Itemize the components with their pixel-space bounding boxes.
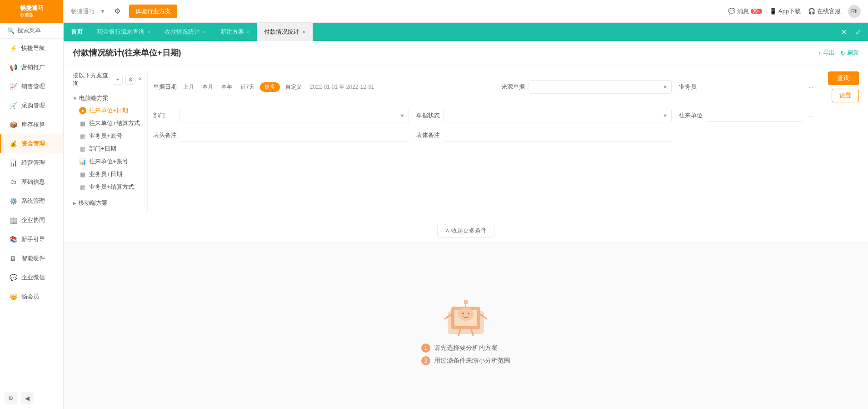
solution-label: 往来单位+账号: [89, 157, 128, 166]
topbar-actions: 💬 消息 99+ 📱 App下载 🎧 在线客服 Rit: [728, 5, 861, 18]
trial-btn[interactable]: 体验行业方案: [129, 5, 177, 18]
topbar-gear-btn[interactable]: ⚙: [111, 5, 124, 18]
close-icon[interactable]: ×: [203, 29, 205, 35]
tab-payment[interactable]: 付款情况统计 ×: [257, 23, 312, 41]
close-all-tabs-btn[interactable]: ✕: [838, 28, 849, 36]
source-chevron-icon: ▼: [663, 84, 668, 90]
date-btn-this-month[interactable]: 本月: [200, 82, 216, 92]
sidebar-item-operation[interactable]: 📊 经营管理: [0, 153, 63, 172]
sidebar-item-finance[interactable]: 💰 资金管理: [0, 134, 63, 153]
solution-item-staff-settle[interactable]: ▦ 业务员+结算方式: [73, 181, 142, 193]
staff-dots[interactable]: ···: [807, 84, 815, 91]
expand-tabs-btn[interactable]: ⤢: [853, 28, 863, 36]
topbar-user[interactable]: Rit: [848, 5, 861, 18]
mobile-section-header[interactable]: ▶ 移动端方案: [73, 197, 142, 209]
tab-receipt-label: 收款情况统计: [165, 28, 200, 36]
solution-label: 业务员+结算方式: [89, 183, 134, 191]
unit-input[interactable]: [706, 109, 803, 122]
solution-item-unit-account[interactable]: 📊 往来单位+账号: [73, 155, 142, 168]
sidebar-item-label: 营销推广: [21, 63, 45, 71]
sidebar-item-label: 系统管理: [21, 197, 45, 205]
solution-label: 部门+日期: [89, 145, 116, 153]
service-icon: 🎧: [808, 8, 815, 15]
sidebar-item-purchase[interactable]: 🛒 采购管理: [0, 96, 63, 115]
tab-home[interactable]: 首页: [64, 23, 90, 41]
empty-texts: 1 请先选择要分析的方案 2 用过滤条件来缩小分析范围: [421, 343, 510, 365]
table-note-input[interactable]: [180, 129, 409, 141]
online-service-btn[interactable]: 🎧 在线客服: [808, 7, 841, 15]
sidebar-item-label: 新手引导: [21, 235, 45, 243]
message-badge: 99+: [751, 9, 762, 14]
solution-label: 往来单位+结算方式: [89, 119, 140, 127]
sidebar-item-enterprise[interactable]: 🏢 企业协同: [0, 211, 63, 230]
tab-new-plan-label: 新建方案: [220, 28, 244, 36]
solution-label: 往来单位+日期: [89, 106, 128, 115]
sidebar-item-member[interactable]: 👑 畅会员: [0, 287, 63, 306]
date-btn-more[interactable]: 更多: [260, 82, 280, 92]
sidebar-item-hardware[interactable]: 🖥 智能硬件: [0, 249, 63, 268]
date-btn-7days[interactable]: 近7天: [238, 82, 257, 92]
source-select[interactable]: ▼: [529, 80, 672, 94]
sidebar-settings-btn[interactable]: ⚙: [5, 392, 17, 404]
panel-settings-btn[interactable]: ⚙: [125, 75, 135, 85]
mobile-arrow-icon: ▶: [73, 201, 76, 206]
solution-item-unit-date[interactable]: ● 往来单位+日期: [73, 104, 142, 117]
app-download-label: App下载: [778, 7, 801, 15]
messages-btn[interactable]: 💬 消息 99+: [728, 7, 762, 15]
filter-row-1: 单据日期 上月 本月 本年 近7天 更多 自定义 2022-01-01 至 20…: [153, 71, 859, 102]
sidebar-item-label: 快捷导航: [21, 44, 45, 52]
topbar-brand-name: 畅捷通巧: [71, 7, 95, 15]
date-btn-this-year[interactable]: 本年: [219, 82, 235, 92]
filter-settings-btn[interactable]: 设置: [832, 89, 859, 102]
close-icon[interactable]: ×: [247, 29, 249, 35]
unit-dots[interactable]: ···: [807, 112, 815, 119]
date-btn-custom[interactable]: 自定义: [283, 82, 304, 92]
tab-bank[interactable]: 现金银行流水查询 ×: [90, 23, 157, 41]
collapse-more-btn[interactable]: ∧ 收起更多条件: [437, 224, 495, 237]
content-area: 付款情况统计(往来单位+日期) ↑ 导出 ↻ 刷新 按以下方案查询: [64, 41, 868, 409]
export-btn[interactable]: ↑ 导出: [818, 49, 835, 57]
solution-item-staff-account[interactable]: ▦ 业务员+账号: [73, 130, 142, 142]
pc-section-header[interactable]: ▼ 电脑端方案: [73, 92, 142, 104]
sidebar-item-marketing[interactable]: 📢 营销推广: [0, 58, 63, 77]
solution-item-staff-date[interactable]: ▦ 业务员+日期: [73, 168, 142, 181]
unit-label: 往来单位: [679, 111, 703, 120]
unit-input-container: [706, 109, 803, 122]
solution-item-unit-settle[interactable]: ▦ 往来单位+结算方式: [73, 117, 142, 130]
tab-new-plan[interactable]: 新建方案 ×: [213, 23, 257, 41]
body-note-input[interactable]: [444, 129, 672, 141]
svg-point-3: [458, 308, 474, 321]
sidebar-item-sales[interactable]: 📈 销售管理: [0, 77, 63, 96]
search-menu[interactable]: 🔍 搜索菜单: [0, 23, 63, 39]
inventory-icon: 📦: [9, 121, 18, 128]
query-btn[interactable]: 查询: [828, 71, 859, 85]
sidebar-item-system[interactable]: ⚙️ 系统管理: [0, 192, 63, 211]
date-btn-last-month[interactable]: 上月: [180, 82, 197, 92]
app-download-btn[interactable]: 📱 App下载: [769, 7, 801, 15]
sidebar-item-label: 资金管理: [21, 140, 45, 148]
close-icon[interactable]: ×: [147, 29, 150, 35]
nav-tabs-right: ✕ ⤢: [833, 23, 868, 41]
solution-item-dept-date[interactable]: ▦ 部门+日期: [73, 142, 142, 155]
sidebar-item-basic[interactable]: 🗂 基础信息: [0, 172, 63, 192]
doc-status-select[interactable]: ▼: [444, 109, 672, 122]
sidebar-item-inventory[interactable]: 📦 库存核算: [0, 115, 63, 134]
svg-point-5: [468, 313, 469, 314]
filter-group-date: 单据日期 上月 本月 本年 近7天 更多 自定义 2022-01-01 至 20…: [153, 82, 494, 92]
finance-icon: 💰: [9, 140, 18, 147]
sidebar-item-guide[interactable]: 📚 新手引导: [0, 230, 63, 249]
sidebar-item-wechat[interactable]: 💬 企业微信: [0, 268, 63, 287]
add-solution-btn[interactable]: +: [113, 75, 123, 85]
sidebar-collapse-btn[interactable]: ◀: [21, 392, 34, 404]
refresh-btn[interactable]: ↻ 刷新: [840, 49, 859, 57]
close-icon[interactable]: ×: [302, 29, 305, 35]
messages-label: 消息: [737, 7, 749, 15]
marketing-icon: 📢: [9, 64, 18, 71]
dept-select[interactable]: ▼: [180, 109, 409, 122]
tab-receipt[interactable]: 收款情况统计 ×: [157, 23, 213, 41]
empty-tip-2: 2 用过滤条件来缩小分析范围: [421, 356, 510, 365]
empty-illustration: [439, 286, 493, 336]
panel-collapse-btn[interactable]: «: [138, 75, 142, 85]
staff-input[interactable]: [705, 81, 803, 93]
sidebar-item-quick-nav[interactable]: ⚡ 快捷导航: [0, 39, 63, 58]
